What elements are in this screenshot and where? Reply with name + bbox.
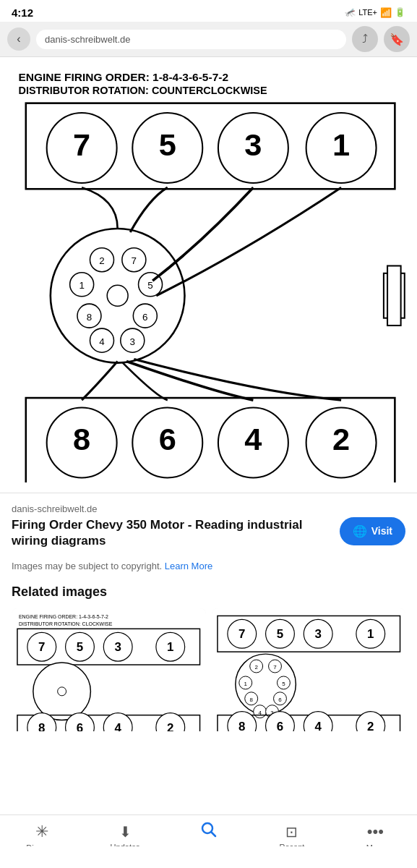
source-info: danis-schreibwelt.de Firing Order Chevy … [0, 493, 417, 576]
svg-text:7: 7 [132, 255, 137, 266]
svg-text:6: 6 [276, 719, 283, 731]
signal-text: LTE+ [358, 8, 377, 17]
wifi-icon: 📶 [380, 7, 392, 18]
svg-text:5: 5 [147, 280, 152, 291]
svg-text:2: 2 [99, 255, 104, 266]
svg-text:1: 1 [332, 127, 350, 162]
more-icon: ••• [367, 822, 384, 841]
svg-text:1: 1 [167, 640, 173, 654]
svg-point-28 [107, 285, 128, 306]
svg-text:6: 6 [142, 312, 147, 323]
svg-text:ENGINE FIRING ORDER: 1-8-4-3-6: ENGINE FIRING ORDER: 1-8-4-3-6-5-7-2 [18, 71, 228, 83]
svg-text:8: 8 [87, 312, 92, 323]
learn-more-link[interactable]: Learn More [165, 561, 212, 571]
related-image-1[interactable]: ENGINE FIRING ORDER: 1-4-3-6-5-7-2 DISTR… [12, 608, 206, 731]
svg-text:4: 4 [99, 336, 105, 347]
svg-text:7: 7 [38, 640, 45, 654]
svg-text:8: 8 [238, 719, 245, 731]
status-icons: 🦟 LTE+ 📶 🔋 [345, 7, 405, 18]
copyright-text: Images may be subject to copyright. Lear… [12, 561, 405, 571]
updates-icon: ⬇︎ [119, 823, 132, 841]
back-button[interactable]: ‹ [7, 27, 30, 51]
svg-text:5: 5 [282, 681, 285, 687]
copyright-notice: Images may be subject to copyright. [12, 561, 162, 571]
svg-text:5: 5 [159, 127, 176, 162]
source-title: Firing Order Chevy 350 Motor - Reading i… [12, 517, 332, 549]
svg-text:2: 2 [167, 720, 173, 731]
svg-text:7: 7 [273, 664, 277, 671]
visit-button[interactable]: 🌐 Visit [340, 517, 405, 545]
svg-text:6: 6 [278, 697, 282, 703]
svg-text:7: 7 [238, 627, 245, 641]
related-images-grid: ENGINE FIRING ORDER: 1-4-3-6-5-7-2 DISTR… [12, 608, 405, 731]
svg-text:6: 6 [159, 422, 176, 456]
svg-text:DISTRIBUTOR ROTATION: CLOCKWIS: DISTRIBUTOR ROTATION: CLOCKWISE [19, 621, 113, 626]
source-title-row: Firing Order Chevy 350 Motor - Reading i… [12, 517, 405, 555]
svg-text:2: 2 [254, 664, 258, 671]
svg-text:1: 1 [79, 280, 84, 291]
diagram-image: ENGINE FIRING ORDER: 1-8-4-3-6-5-7-2 DIS… [0, 57, 417, 493]
svg-text:1: 1 [244, 681, 247, 687]
svg-text:2: 2 [367, 719, 374, 731]
svg-line-98 [211, 833, 215, 837]
svg-text:8: 8 [249, 697, 253, 703]
svg-text:5: 5 [77, 640, 83, 654]
globe-icon: 🌐 [353, 524, 367, 538]
visit-label: Visit [371, 525, 392, 537]
svg-text:3: 3 [130, 336, 135, 347]
status-bar: 4:12 🦟 LTE+ 📶 🔋 [0, 0, 417, 22]
svg-text:4: 4 [314, 719, 322, 731]
recent-icon: ⊡ [285, 823, 298, 841]
svg-text:3: 3 [244, 127, 262, 162]
svg-text:DISTRIBUTOR ROTATION: COUNTERC: DISTRIBUTOR ROTATION: COUNTERCLOCKWISE [18, 85, 267, 96]
svg-text:3: 3 [314, 627, 321, 641]
status-time: 4:12 [12, 7, 33, 19]
svg-text:8: 8 [38, 720, 45, 731]
related-images-title: Related images [12, 584, 405, 600]
svg-text:4: 4 [244, 422, 262, 456]
svg-text:ENGINE FIRING ORDER: 1-4-3-6-5: ENGINE FIRING ORDER: 1-4-3-6-5-7-2 [19, 614, 108, 619]
svg-point-52 [58, 687, 66, 696]
url-text: danis-schreibwelt.de [45, 34, 131, 45]
search-icon [200, 821, 218, 843]
svg-text:7: 7 [73, 127, 90, 162]
bookmark-button[interactable]: 🔖 [384, 26, 410, 52]
svg-text:1: 1 [367, 627, 374, 641]
svg-text:6: 6 [77, 720, 83, 731]
svg-text:3: 3 [114, 640, 121, 654]
svg-text:2: 2 [332, 422, 350, 456]
svg-text:8: 8 [73, 422, 90, 456]
svg-text:4: 4 [114, 720, 121, 731]
discover-icon: ✳ [35, 822, 48, 841]
related-section: Related images ENGINE FIRING ORDER: 1-4-… [0, 576, 417, 737]
battery-icon: 🔋 [395, 7, 405, 17]
browser-bar: ‹ danis-schreibwelt.de ⤴ 🔖 [0, 22, 417, 57]
url-bar[interactable]: danis-schreibwelt.de [36, 30, 346, 49]
related-image-2[interactable]: 7 5 3 1 2 7 1 5 [212, 608, 406, 731]
source-domain: danis-schreibwelt.de [12, 503, 405, 514]
network-icon: 🦟 [345, 7, 356, 17]
system-handle-bar [0, 846, 417, 868]
svg-rect-30 [387, 265, 401, 326]
svg-text:5: 5 [276, 627, 283, 641]
share-button[interactable]: ⤴ [352, 26, 378, 52]
main-image-container: ENGINE FIRING ORDER: 1-8-4-3-6-5-7-2 DIS… [0, 57, 417, 493]
